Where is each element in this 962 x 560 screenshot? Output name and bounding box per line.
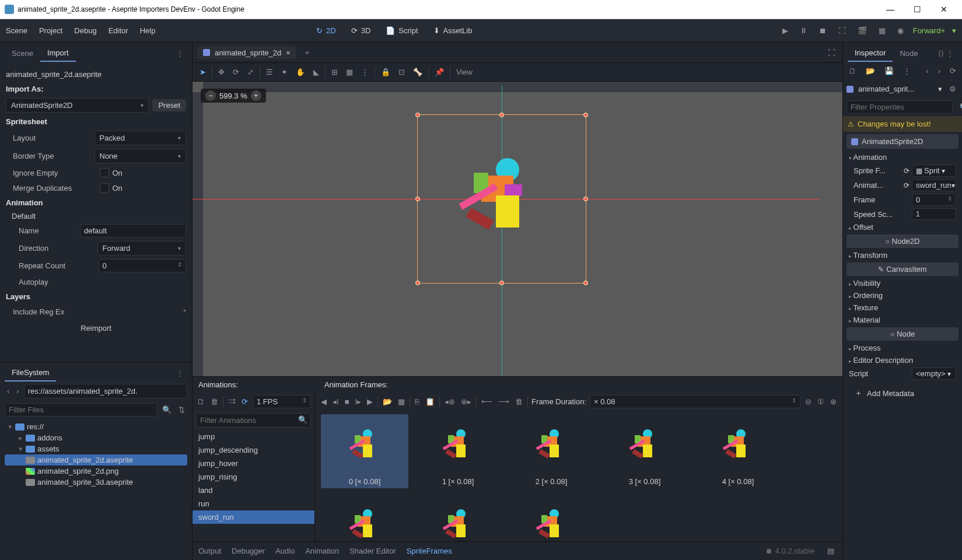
speed-scale-value[interactable]: 1: [912, 208, 956, 220]
path-forward-button[interactable]: ›: [14, 384, 21, 398]
play-fwd-icon[interactable]: ▶: [366, 396, 374, 407]
paste-frame-icon[interactable]: 📋: [424, 396, 436, 407]
name-input[interactable]: [80, 224, 186, 237]
move-right-icon[interactable]: ⟶: [497, 396, 510, 407]
bone-icon[interactable]: 🦴: [411, 65, 425, 79]
border-dropdown[interactable]: None: [95, 149, 187, 163]
frame-cell[interactable]: 1 [× 0.08]: [414, 414, 502, 488]
repeat-spin[interactable]: 0⇕: [99, 259, 187, 272]
section-transform[interactable]: Transform: [843, 249, 962, 261]
anim-list-item[interactable]: jump_hover: [193, 457, 314, 470]
frame-value[interactable]: 0⇕: [912, 194, 956, 206]
distraction-free-button[interactable]: ⛶: [825, 46, 838, 60]
group-icon[interactable]: ⊡: [396, 65, 407, 79]
zoom-out-button[interactable]: −: [205, 90, 216, 101]
save-icon[interactable]: 💾: [882, 64, 896, 78]
workspace-assetlib[interactable]: ⬇AssetLib: [431, 24, 475, 37]
new-anim-icon[interactable]: 🗋: [196, 396, 206, 407]
tree-root[interactable]: ▾res://: [5, 421, 187, 432]
anim-list-item[interactable]: land: [193, 484, 314, 497]
path-back-button[interactable]: ‹: [5, 384, 12, 398]
menu-help[interactable]: Help: [140, 24, 156, 37]
lock-icon[interactable]: 🔒: [379, 65, 393, 79]
bottom-tab-debugger[interactable]: Debugger: [232, 547, 265, 555]
view-menu[interactable]: View: [454, 65, 475, 79]
select-tool-icon[interactable]: ➤: [197, 65, 208, 79]
snap-icon[interactable]: ⊞: [329, 65, 340, 79]
renderer-select[interactable]: Forward+: [913, 26, 945, 35]
search-icon[interactable]: 🔍: [957, 100, 962, 114]
play-button[interactable]: ▶: [780, 24, 790, 37]
add-metadata-button[interactable]: ＋ Add Metadata: [846, 384, 958, 402]
close-button[interactable]: ✕: [930, 0, 957, 19]
selection-box[interactable]: [417, 114, 586, 284]
resource-name[interactable]: animated_sprit...: [858, 85, 933, 93]
class-node-chip[interactable]: ○ Node: [846, 327, 958, 341]
delete-anim-icon[interactable]: 🗑: [209, 396, 219, 407]
workspace-2d[interactable]: ↻2D: [314, 24, 338, 37]
class-canvasitem-chip[interactable]: ✎ CanvasItem: [846, 262, 958, 276]
manage-icon[interactable]: ⚙: [947, 82, 958, 96]
frame-cell[interactable]: 2 [× 0.08]: [508, 414, 595, 488]
layout-dropdown[interactable]: Packed: [95, 131, 187, 145]
menu-project[interactable]: Project: [39, 24, 62, 37]
workspace-script[interactable]: 📄Script: [383, 24, 420, 37]
close-tab-icon[interactable]: ×: [286, 48, 291, 57]
section-texture[interactable]: Texture: [843, 302, 962, 314]
section-visibility[interactable]: Visibility: [843, 277, 962, 289]
section-animation-insp[interactable]: Animation: [843, 151, 962, 163]
section-material[interactable]: Material: [843, 314, 962, 326]
frame-duration-spin[interactable]: × 0.08⇕: [590, 395, 800, 408]
tree-file[interactable]: animated_sprite_2d.aseprite: [5, 454, 187, 466]
tab-import[interactable]: Import: [40, 45, 76, 62]
tab-inspector[interactable]: Inspector: [848, 45, 893, 62]
tab-filesystem[interactable]: FileSystem: [5, 365, 56, 382]
play-remote-button[interactable]: ⛶: [836, 24, 848, 37]
section-ordering[interactable]: Ordering: [843, 289, 962, 302]
copy-frame-icon[interactable]: ⎘: [414, 396, 421, 407]
bottom-tab-audio[interactable]: Audio: [275, 547, 295, 555]
delete-frame-icon[interactable]: 🗑: [514, 396, 524, 407]
search-icon[interactable]: 🔍: [160, 403, 174, 416]
snap-options-icon[interactable]: ⋮: [359, 65, 371, 79]
open-icon[interactable]: 🗋: [846, 64, 859, 78]
menu-editor[interactable]: Editor: [109, 24, 128, 37]
zoom-out-frame-icon[interactable]: ⊖: [804, 396, 813, 407]
frame-cell[interactable]: 0 [× 0.08]: [321, 414, 408, 488]
smart-snap-icon[interactable]: ✦: [279, 65, 290, 79]
viewport-2d[interactable]: − 599.3 % +: [193, 82, 842, 376]
stop-button[interactable]: ⏹: [817, 24, 829, 37]
maximize-button[interactable]: ☐: [904, 0, 930, 19]
class-node2d-chip[interactable]: ○ Node2D: [846, 235, 958, 248]
frame-cell[interactable]: [414, 494, 502, 541]
anim-list-item[interactable]: sword_run: [193, 510, 314, 524]
tree-folder[interactable]: ▸addons: [5, 432, 187, 443]
move-tool-icon[interactable]: ✥: [216, 65, 227, 79]
add-grid-icon[interactable]: ▦: [397, 396, 406, 407]
zoom-in-frame-icon[interactable]: ⊕: [829, 396, 838, 407]
filter-animations-input[interactable]: [196, 413, 311, 428]
dock-menu-icon[interactable]: ⋮: [173, 49, 187, 58]
history-back-icon[interactable]: ⟨⟩ ⋮: [935, 49, 957, 58]
zoom-in-button[interactable]: +: [251, 90, 261, 101]
anim-list-item[interactable]: jump_rising: [193, 470, 314, 484]
move-left-icon[interactable]: ⟵: [480, 396, 494, 407]
importer-dropdown[interactable]: AnimatedSprite2D: [6, 98, 149, 113]
pan-tool-icon[interactable]: ✋: [293, 65, 307, 79]
prev-hist-icon[interactable]: ‹: [923, 64, 930, 78]
tab-scene[interactable]: Scene: [5, 46, 40, 61]
refresh-icon[interactable]: ⟳: [947, 64, 958, 78]
loop-icon[interactable]: ⟳: [240, 396, 249, 407]
tree-folder[interactable]: ▾assets: [5, 443, 187, 454]
frame-cell[interactable]: [321, 494, 408, 541]
anim-list-item[interactable]: run: [193, 497, 314, 510]
ignore-empty-checkbox[interactable]: [100, 168, 109, 177]
load-icon[interactable]: 📂: [863, 64, 877, 78]
load-frame-icon[interactable]: 📂: [382, 396, 393, 407]
step-back-icon[interactable]: ◂I: [331, 396, 340, 407]
tab-node[interactable]: Node: [893, 46, 925, 61]
rotate-tool-icon[interactable]: ⟳: [230, 65, 242, 79]
menu-debug[interactable]: Debug: [74, 24, 96, 37]
anim-name-value[interactable]: sword_run▾: [912, 179, 956, 191]
anim-list-item[interactable]: jump: [193, 430, 314, 443]
